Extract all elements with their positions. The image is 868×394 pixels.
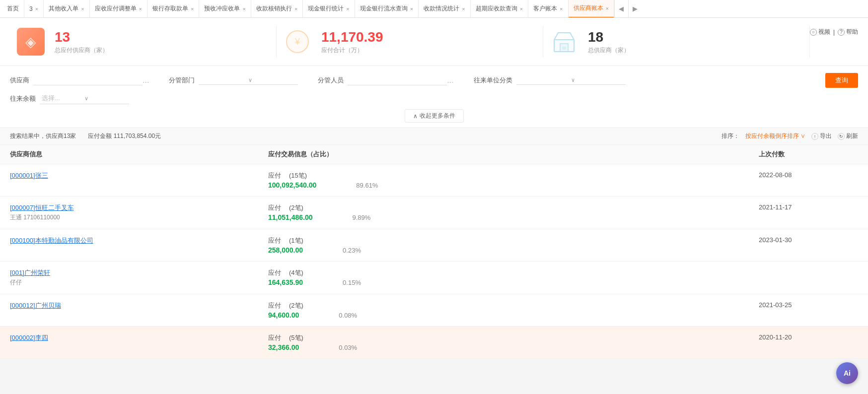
filter-item-category: 往来单位分类 ∨ (474, 76, 626, 85)
trans-count-6: (5笔) (289, 333, 303, 342)
supplier-info-6: [000002]李四 (10, 333, 268, 342)
nav-tab-vendor-ledger[interactable]: 供应商账本 × (569, 0, 614, 18)
table-row[interactable]: [000012]广州贝瑞 应付 (2笔) 94,600.00 0.08% 202… (0, 294, 868, 327)
summary-info-1: 13 总应付供应商（家） (55, 29, 108, 55)
top-nav: 首页 3 × 其他收入单 × 应收应付调整单 × 银行存取款单 × 预收冲应收单… (0, 0, 868, 18)
close-tab-overdue-ar[interactable]: × (520, 6, 523, 12)
supplier-link-1[interactable]: [000001]张三 (10, 171, 268, 180)
transaction-info-3: 应付 (1笔) 258,000.00 0.23% (268, 236, 759, 254)
total-vendors-icon (548, 26, 580, 58)
summary-card-total-vendors: 18 总供应商（家） (543, 26, 810, 58)
nav-tab-other-income[interactable]: 其他收入单 × (44, 0, 89, 18)
video-link[interactable]: 视频 (818, 28, 830, 36)
table-row[interactable]: [000001]张三 应付 (15笔) 100,092,540.00 89.61… (0, 164, 868, 197)
filter-row-2: 往来余额 选择... ∨ (10, 93, 858, 104)
trans-amount-6[interactable]: 32,366.00 (268, 343, 299, 351)
table-row[interactable]: [000002]李四 应付 (5笔) 32,366.00 0.03% 2020-… (0, 327, 868, 359)
close-tab-ar-ap-adjust[interactable]: × (139, 6, 142, 12)
export-button[interactable]: ↑ 导出 (811, 132, 832, 140)
payable-total-icon: ¥ (282, 26, 313, 58)
filter-section: 供应商 ... 分管部门 ∨ 分管人员 ... 往来单位分类 ∨ 查询 (0, 66, 868, 128)
total-vendors-number: 18 (588, 29, 630, 46)
supplier-link-4[interactable]: [001]广州荣轩 (10, 268, 268, 277)
result-text-1: 搜索结果中，供应商13家 (10, 132, 76, 140)
nav-tab-cash-bank-stat[interactable]: 现金银行统计 × (303, 0, 355, 18)
trans-amount-4[interactable]: 164,635.90 (268, 278, 303, 286)
trans-amount-5[interactable]: 94,600.00 (268, 311, 299, 319)
supplier-info-5: [000012]广州贝瑞 (10, 301, 268, 310)
sort-value[interactable]: 按应付余额倒序排序 ∨ (745, 132, 805, 140)
trans-amount-1[interactable]: 100,092,540.00 (268, 181, 316, 189)
nav-tab-bank-deposit[interactable]: 银行存取款单 × (147, 0, 199, 18)
nav-tab-prepay-ar[interactable]: 预收冲应收单 × (199, 0, 251, 18)
lastpay-1: 2022-08-08 (759, 171, 858, 179)
close-tab-customer-ledger[interactable]: × (560, 6, 563, 12)
help-link[interactable]: 帮助 (846, 28, 858, 36)
nav-arrow-right[interactable]: ▶ (628, 0, 642, 18)
close-tab-receipt-stat[interactable]: × (462, 6, 465, 12)
supplier-link-6[interactable]: [000002]李四 (10, 333, 268, 342)
balance-select[interactable]: 选择... ∨ (40, 93, 129, 104)
nav-tab-3[interactable]: 3 × (24, 0, 44, 18)
lastpay-5: 2021-03-25 (759, 301, 858, 309)
nav-tab-cash-flow[interactable]: 现金银行流水查询 × (355, 0, 419, 18)
trans-type-2: 应付 (268, 203, 281, 212)
table-row[interactable]: [001]广州荣轩 仔仔 应付 (4笔) 164,635.90 0.15% (0, 262, 868, 294)
person-input[interactable] (348, 75, 447, 85)
close-tab-3[interactable]: × (35, 6, 38, 12)
nav-tab-overdue-ar[interactable]: 超期应收款查询 × (471, 0, 528, 18)
supplier-link-5[interactable]: [000012]广州贝瑞 (10, 301, 268, 310)
trans-type-1: 应付 (268, 171, 281, 180)
nav-tab-receipt-stat[interactable]: 收款情况统计 × (419, 0, 470, 18)
dept-select[interactable]: ∨ (199, 76, 298, 85)
table-section: 供应商信息 应付交易信息（占比） 上次付数 [000001]张三 应付 (15笔… (0, 145, 868, 359)
supplier-input[interactable] (33, 75, 143, 85)
balance-value: 选择... (42, 94, 84, 103)
nav-arrow-left[interactable]: ◀ (614, 0, 628, 18)
collapse-button[interactable]: ∧ 收起更多条件 (405, 109, 464, 123)
nav-tab-ar-ap-adjust[interactable]: 应收应付调整单 × (90, 0, 147, 18)
table-row[interactable]: [000007]恒旺二手叉车 王通 17106110000 应付 (2笔) 11… (0, 197, 868, 229)
close-tab-cash-flow[interactable]: × (410, 6, 413, 12)
circle-icon: ○ (810, 29, 817, 36)
lastpay-2: 2021-11-17 (759, 203, 858, 211)
close-tab-bank-deposit[interactable]: × (191, 6, 194, 12)
close-tab-cash-bank-stat[interactable]: × (346, 6, 349, 12)
nav-tab-home[interactable]: 首页 (2, 0, 24, 18)
refresh-button[interactable]: ↻ 刷新 (838, 132, 858, 140)
query-button[interactable]: 查询 (825, 73, 858, 88)
trans-percent-5: 0.08% (339, 312, 357, 319)
supplier-dots[interactable]: ... (143, 76, 149, 85)
close-tab-payment-verify[interactable]: × (294, 6, 297, 12)
trans-percent-4: 0.15% (343, 279, 361, 286)
link-sep: | (833, 29, 835, 36)
supplier-link-2[interactable]: [000007]恒旺二手叉车 (10, 203, 268, 212)
col-header-supplier: 供应商信息 (10, 150, 268, 159)
payable-total-number: 11,170.39 (321, 29, 383, 46)
close-tab-other-income[interactable]: × (81, 6, 84, 12)
supplier-link-3[interactable]: [000100]本特勤油品有限公司 (10, 236, 268, 245)
trans-type-4: 应付 (268, 268, 281, 277)
transaction-info-2: 应付 (2笔) 11,051,486.00 9.89% (268, 203, 759, 221)
filter-item-supplier: 供应商 ... (10, 75, 149, 85)
category-label: 往来单位分类 (474, 76, 512, 85)
trans-count-5: (2笔) (289, 301, 303, 310)
nav-tab-payment-verify[interactable]: 收款核销执行 × (251, 0, 303, 18)
balance-label: 往来余额 (10, 94, 36, 103)
top-right-links: ○ 视频 | ? 帮助 (810, 26, 858, 36)
close-tab-vendor-ledger[interactable]: × (606, 5, 609, 11)
close-tab-prepay-ar[interactable]: × (242, 6, 245, 12)
table-row[interactable]: [000100]本特勤油品有限公司 应付 (1笔) 258,000.00 0.2… (0, 229, 868, 262)
collapse-label: 收起更多条件 (420, 112, 455, 120)
result-sep (79, 132, 85, 140)
category-select[interactable]: ∨ (516, 76, 626, 85)
filter-item-balance: 往来余额 选择... ∨ (10, 93, 129, 104)
nav-tab-customer-ledger[interactable]: 客户账本 × (528, 0, 568, 18)
trans-amount-3[interactable]: 258,000.00 (268, 246, 303, 254)
trans-amount-2[interactable]: 11,051,486.00 (268, 213, 313, 221)
lastpay-3: 2023-01-30 (759, 236, 858, 244)
collapse-icon: ∧ (413, 113, 418, 120)
trans-type-5: 应付 (268, 301, 281, 310)
person-dots[interactable]: ... (447, 76, 453, 85)
supplier-info-1: [000001]张三 (10, 171, 268, 180)
